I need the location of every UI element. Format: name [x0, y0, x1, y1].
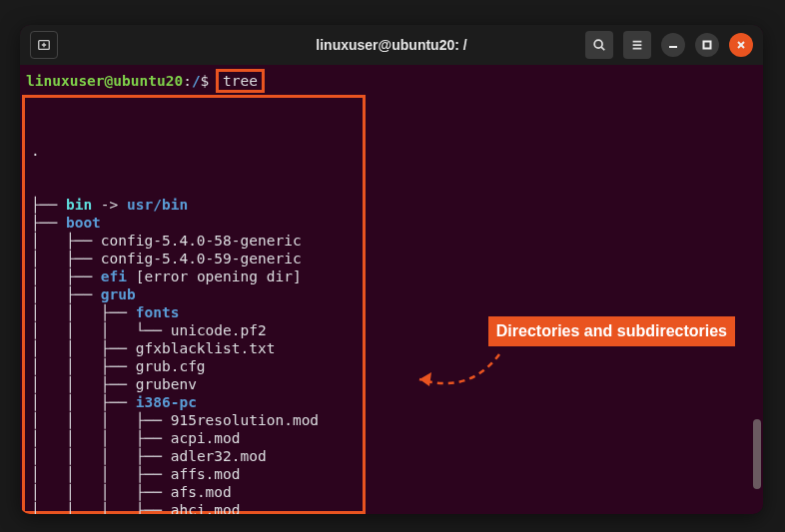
- tree-root: .: [31, 142, 363, 160]
- prompt-line: linuxuser@ubuntu20:/$ tree: [26, 69, 757, 93]
- tree-line: │ │ │ ├── ahci.mod: [31, 501, 363, 514]
- tree-line: │ │ ├── grub.cfg: [31, 357, 363, 375]
- tree-line: │ │ │ ├── 915resolution.mod: [31, 411, 363, 429]
- hamburger-icon: [630, 38, 644, 52]
- tree-line: │ │ ├── gfxblacklist.txt: [31, 339, 363, 357]
- maximize-icon: [702, 40, 712, 50]
- titlebar: linuxuser@ubuntu20: /: [20, 25, 763, 65]
- close-icon: [736, 40, 746, 50]
- maximize-button[interactable]: [695, 33, 719, 57]
- close-button[interactable]: [729, 33, 753, 57]
- minimize-button[interactable]: [661, 33, 685, 57]
- terminal-body[interactable]: linuxuser@ubuntu20:/$ tree . ├── bin -> …: [20, 65, 763, 514]
- tree-line: ├── bin -> usr/bin: [31, 196, 363, 214]
- tree-line: │ ├── config-5.4.0-59-generic: [31, 250, 363, 267]
- tree-line: │ ├── grub: [31, 285, 363, 303]
- minimize-icon: [668, 40, 678, 50]
- tree-line: │ │ │ ├── affs.mod: [31, 465, 363, 483]
- titlebar-controls: [585, 31, 753, 59]
- prompt-sep: :: [183, 73, 192, 89]
- prompt-user-host: linuxuser@ubuntu20: [26, 73, 183, 89]
- menu-button[interactable]: [623, 31, 651, 59]
- prompt-path: /: [192, 73, 201, 89]
- tree-line: │ │ ├── i386-pc: [31, 393, 363, 411]
- svg-point-3: [594, 40, 602, 48]
- scrollbar-thumb[interactable]: [753, 419, 761, 489]
- tree-line: ├── boot: [31, 214, 363, 232]
- svg-rect-9: [704, 42, 711, 49]
- tree-line: │ │ │ ├── adler32.mod: [31, 447, 363, 465]
- command-highlight: tree: [216, 69, 265, 93]
- new-tab-icon: [37, 38, 51, 52]
- tree-line: │ │ │ └── unicode.pf2: [31, 321, 363, 339]
- tree-output-highlight: . ├── bin -> usr/bin├── boot│ ├── config…: [22, 95, 366, 514]
- tree-line: │ │ ├── grubenv: [31, 375, 363, 393]
- new-tab-button[interactable]: [30, 31, 58, 59]
- tree-output: . ├── bin -> usr/bin├── boot│ ├── config…: [25, 106, 363, 514]
- search-button[interactable]: [585, 31, 613, 59]
- tree-line: │ │ │ ├── afs.mod: [31, 483, 363, 501]
- svg-line-4: [601, 47, 604, 50]
- svg-marker-12: [419, 372, 431, 386]
- terminal-window: linuxuser@ubuntu20: / linuxuser@ubuntu20…: [20, 25, 763, 514]
- annotation-arrow: [399, 334, 519, 414]
- tree-line: │ ├── config-5.4.0-58-generic: [31, 232, 363, 250]
- search-icon: [592, 38, 606, 52]
- annotation-label: Directories and subdirectories: [488, 316, 735, 346]
- prompt-symbol: $: [201, 73, 210, 89]
- tree-line: │ │ │ ├── acpi.mod: [31, 429, 363, 447]
- command-text: tree: [223, 73, 258, 89]
- tree-line: │ │ ├── fonts: [31, 303, 363, 321]
- tree-line: │ ├── efi [error opening dir]: [31, 267, 363, 285]
